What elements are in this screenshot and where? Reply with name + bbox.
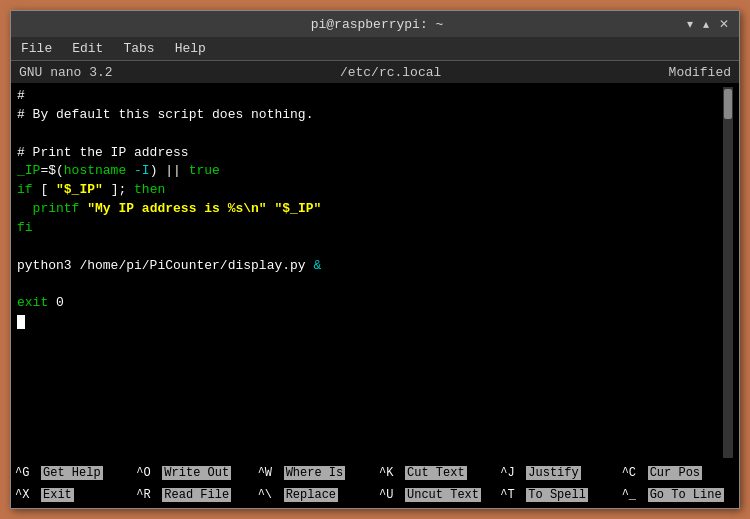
shortcut-row[interactable]: ^_ Go To Line: [618, 484, 739, 506]
shortcut-col-5: ^J Justify ^T To Spell: [496, 462, 617, 508]
shortcut-row[interactable]: ^T To Spell: [496, 484, 617, 506]
nano-version: GNU nano 3.2: [19, 65, 113, 80]
editor-line: fi: [17, 219, 723, 238]
shortcut-row[interactable]: ^C Cur Pos: [618, 462, 739, 484]
shortcut-label: Get Help: [41, 466, 103, 480]
editor-line: [17, 275, 723, 294]
shortcut-label: Uncut Text: [405, 488, 481, 502]
shortcut-row[interactable]: ^\ Replace: [254, 484, 375, 506]
shortcut-key: ^\: [258, 488, 280, 502]
shortcut-key: ^_: [622, 488, 644, 502]
shortcut-row[interactable]: ^U Uncut Text: [375, 484, 496, 506]
maximize-button[interactable]: ▴: [701, 17, 711, 31]
shortcut-row[interactable]: ^K Cut Text: [375, 462, 496, 484]
window-title: pi@raspberrypi: ~: [69, 17, 685, 32]
shortcut-label: Read File: [162, 488, 231, 502]
shortcut-col-4: ^K Cut Text ^U Uncut Text: [375, 462, 496, 508]
shortcut-key: ^U: [379, 488, 401, 502]
window-controls[interactable]: ▾ ▴ ✕: [685, 17, 731, 31]
shortcut-col-2: ^O Write Out ^R Read File: [132, 462, 253, 508]
nano-modified: Modified: [669, 65, 731, 80]
editor-line: [17, 313, 723, 332]
terminal-window: pi@raspberrypi: ~ ▾ ▴ ✕ File Edit Tabs H…: [10, 10, 740, 509]
menu-bar: File Edit Tabs Help: [11, 37, 739, 61]
editor-area[interactable]: # # By default this script does nothing.…: [11, 83, 739, 462]
shortcut-col-6: ^C Cur Pos ^_ Go To Line: [618, 462, 739, 508]
title-bar: pi@raspberrypi: ~ ▾ ▴ ✕: [11, 11, 739, 37]
shortcut-bar: ^G Get Help ^X Exit ^O Write Out ^R Read…: [11, 462, 739, 508]
shortcut-label: Cur Pos: [648, 466, 702, 480]
shortcut-label: Go To Line: [648, 488, 724, 502]
shortcut-key: ^J: [500, 466, 522, 480]
menu-help[interactable]: Help: [173, 41, 208, 56]
minimize-button[interactable]: ▾: [685, 17, 695, 31]
editor-line: python3 /home/pi/PiCounter/display.py &: [17, 257, 723, 276]
shortcut-key: ^T: [500, 488, 522, 502]
editor-line: # By default this script does nothing.: [17, 106, 723, 125]
close-button[interactable]: ✕: [717, 17, 731, 31]
shortcut-label: Replace: [284, 488, 338, 502]
shortcut-key: ^G: [15, 466, 37, 480]
editor-line: [17, 238, 723, 257]
editor-line: printf "My IP address is %s\n" "$_IP": [17, 200, 723, 219]
shortcut-key: ^W: [258, 466, 280, 480]
shortcut-label: Write Out: [162, 466, 231, 480]
editor-line: [17, 125, 723, 144]
shortcut-label: Justify: [526, 466, 580, 480]
nano-header: GNU nano 3.2 /etc/rc.local Modified: [11, 61, 739, 83]
shortcut-row[interactable]: ^J Justify: [496, 462, 617, 484]
shortcut-key: ^O: [136, 466, 158, 480]
shortcut-key: ^X: [15, 488, 37, 502]
shortcut-key: ^C: [622, 466, 644, 480]
shortcut-row[interactable]: ^G Get Help: [11, 462, 132, 484]
shortcut-label: Cut Text: [405, 466, 467, 480]
scrollbar[interactable]: [723, 87, 733, 458]
editor-line: #: [17, 87, 723, 106]
menu-file[interactable]: File: [19, 41, 54, 56]
editor-line: exit 0: [17, 294, 723, 313]
shortcut-label: To Spell: [526, 488, 588, 502]
shortcut-row[interactable]: ^X Exit: [11, 484, 132, 506]
shortcut-key: ^R: [136, 488, 158, 502]
editor-line: # Print the IP address: [17, 144, 723, 163]
shortcut-row[interactable]: ^R Read File: [132, 484, 253, 506]
text-cursor: [17, 315, 25, 329]
editor-content[interactable]: # # By default this script does nothing.…: [17, 87, 723, 458]
editor-line: if [ "$_IP" ]; then: [17, 181, 723, 200]
editor-line: _IP=$(hostname -I) || true: [17, 162, 723, 181]
scrollbar-thumb[interactable]: [724, 89, 732, 119]
shortcut-row[interactable]: ^W Where Is: [254, 462, 375, 484]
menu-tabs[interactable]: Tabs: [121, 41, 156, 56]
shortcut-col-1: ^G Get Help ^X Exit: [11, 462, 132, 508]
shortcut-label: Exit: [41, 488, 74, 502]
shortcut-row[interactable]: ^O Write Out: [132, 462, 253, 484]
shortcut-label: Where Is: [284, 466, 346, 480]
shortcut-key: ^K: [379, 466, 401, 480]
shortcut-col-3: ^W Where Is ^\ Replace: [254, 462, 375, 508]
menu-edit[interactable]: Edit: [70, 41, 105, 56]
nano-filename: /etc/rc.local: [340, 65, 441, 80]
